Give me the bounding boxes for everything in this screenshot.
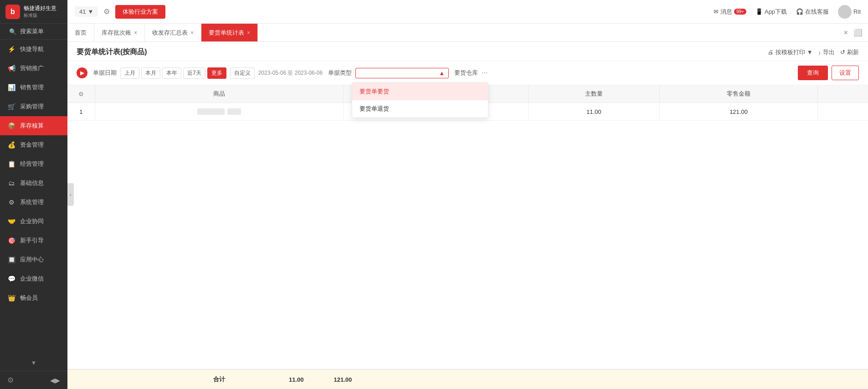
- maximize-btn[interactable]: ⬜: [852, 27, 864, 38]
- type-chevron-up-icon[interactable]: ▲: [439, 70, 445, 77]
- tab-close-order-stats[interactable]: ×: [247, 30, 250, 36]
- date-filter-group: 单据日期 上月 本月 本年 近7天 更多 自定义 2023-05-06 至 20…: [93, 67, 323, 79]
- nav-label-inventory: 库存核算: [20, 122, 44, 130]
- company-dropdown[interactable]: 41 ▼: [75, 6, 98, 17]
- nav-label-member: 畅会员: [20, 294, 38, 302]
- messages-btn[interactable]: ✉ 消息 99+: [714, 8, 746, 16]
- sidebar-item-enterprise[interactable]: 🤝企业协同: [0, 212, 67, 231]
- nav-label-guide: 新手引导: [20, 236, 44, 245]
- nav-icon-guide: 🎯: [7, 236, 15, 245]
- nav-label-finance: 资金管理: [20, 141, 44, 149]
- tab-recv-summary[interactable]: 收发存汇总表 ×: [145, 24, 201, 41]
- close-all-btn[interactable]: ×: [842, 28, 850, 38]
- tab-home[interactable]: 首页: [67, 24, 94, 41]
- cell-extra: [818, 103, 868, 121]
- cell-quantity: 11.00: [528, 103, 659, 121]
- this-year-btn[interactable]: 本年: [162, 67, 181, 79]
- this-month-btn[interactable]: 本月: [141, 67, 160, 79]
- warehouse-more-icon[interactable]: ···: [482, 69, 488, 77]
- sidebar-item-member[interactable]: 👑畅会员: [0, 288, 67, 307]
- tab-inventory-batch[interactable]: 库存批次账 ×: [94, 24, 145, 41]
- cell-amount: 121.00: [659, 103, 817, 121]
- page-title: 要货单统计表(按商品): [77, 47, 147, 57]
- nav-icon-sales: 📊: [7, 83, 15, 92]
- footer-total-label: 合计: [213, 375, 225, 384]
- nav-label-wechat: 企业微信: [20, 275, 44, 283]
- nav-icon-member: 👑: [7, 294, 15, 302]
- th-amount: 零售金额: [659, 85, 817, 103]
- nav-label-system: 系统管理: [20, 198, 44, 206]
- download-icon: 📱: [755, 8, 763, 15]
- nav-label-shortcut: 快捷导航: [20, 45, 44, 53]
- app-download-label: App下载: [765, 8, 787, 16]
- last-7-days-btn[interactable]: 近7天: [183, 67, 205, 79]
- last-month-btn[interactable]: 上月: [120, 67, 139, 79]
- trial-btn[interactable]: 体验行业方案: [115, 5, 165, 19]
- header: 41 ▼ ⚙ 体验行业方案 ✉ 消息 99+ 📱 App下载 🎧 在线客服 R: [67, 0, 868, 24]
- dropdown-item-order-goods[interactable]: 要货单要货: [352, 83, 488, 100]
- filter-actions: 查询 设置: [798, 66, 859, 80]
- th-gear[interactable]: ⚙: [67, 85, 95, 103]
- tab-order-stats[interactable]: 要货单统计表 ×: [201, 24, 258, 41]
- user-avatar-btn[interactable]: Rit: [838, 5, 861, 19]
- cell-product: [95, 103, 343, 121]
- type-dropdown: 要货单要货 要货单退货: [352, 82, 488, 118]
- sidebar-item-marketing[interactable]: 📢营销推广: [0, 59, 67, 78]
- messages-badge: 99+: [734, 9, 746, 15]
- sidebar: b 畅捷通好生意 标准版 🔍 搜索菜单 ⚡快捷导航📢营销推广📊销售管理🛒采购管理…: [0, 0, 67, 389]
- type-input-field[interactable]: [360, 70, 436, 77]
- nav-icon-appstore: 🔲: [7, 256, 15, 264]
- query-btn[interactable]: 查询: [798, 66, 828, 80]
- app-name: 畅捷通好生意: [24, 5, 56, 12]
- sidebar-item-purchase[interactable]: 🛒采购管理: [0, 97, 67, 116]
- refresh-btn[interactable]: ↺ 刷新: [840, 48, 859, 56]
- filter-bar: ▶ 单据日期 上月 本月 本年 近7天 更多 自定义 2023-05-06 至 …: [67, 61, 868, 85]
- nav-icon-enterprise: 🤝: [7, 217, 15, 225]
- sidebar-item-appstore[interactable]: 🔲应用中心: [0, 250, 67, 269]
- app-logo: b 畅捷通好生意 标准版: [0, 0, 67, 24]
- export-btn[interactable]: ↓ 导出: [818, 48, 835, 56]
- sidebar-item-system[interactable]: ⚙系统管理: [0, 193, 67, 212]
- export-icon: ↓: [818, 49, 822, 56]
- sidebar-scroll-down[interactable]: ▼: [28, 357, 40, 369]
- app-download-btn[interactable]: 📱 App下载: [755, 8, 787, 16]
- type-filter-input[interactable]: ▲: [355, 68, 449, 78]
- sidebar-item-shortcut[interactable]: ⚡快捷导航: [0, 40, 67, 59]
- nav-icon-finance: 💰: [7, 141, 15, 149]
- sidebar-item-sales[interactable]: 📊销售管理: [0, 78, 67, 97]
- nav-icon-basic: 🗂: [7, 179, 15, 187]
- sidebar-item-operations[interactable]: 📋经营管理: [0, 154, 67, 174]
- sidebar-search[interactable]: 🔍 搜索菜单: [0, 24, 67, 40]
- sidebar-nav: ⚡快捷导航📢营销推广📊销售管理🛒采购管理📦库存核算💰资金管理📋经营管理🗂基础信息…: [0, 40, 67, 355]
- service-icon: 🎧: [796, 8, 803, 15]
- sidebar-collapse-handle[interactable]: ‹: [67, 183, 74, 206]
- header-gear-icon[interactable]: ⚙: [103, 7, 110, 16]
- export-label: 导出: [823, 48, 835, 56]
- sidebar-item-guide[interactable]: 🎯新手引导: [0, 231, 67, 250]
- print-template-btn[interactable]: 🖨 按模板打印 ▼: [768, 48, 813, 56]
- search-label: 搜索菜单: [20, 27, 44, 36]
- tab-close-recv-summary[interactable]: ×: [190, 30, 194, 36]
- dropdown-item-order-return[interactable]: 要货单退货: [352, 100, 488, 118]
- settings-btn[interactable]: 设置: [832, 66, 859, 80]
- sidebar-item-basic[interactable]: 🗂基础信息: [0, 174, 67, 193]
- online-service-btn[interactable]: 🎧 在线客服: [796, 8, 829, 16]
- warehouse-filter-group: 要货仓库 ···: [454, 69, 488, 77]
- collapse-btn[interactable]: ◀▶: [50, 377, 60, 384]
- sidebar-item-finance[interactable]: 💰资金管理: [0, 135, 67, 154]
- settings-icon[interactable]: ⚙: [7, 376, 14, 384]
- user-avatar: [838, 5, 852, 19]
- sidebar-bottom: ⚙ ◀▶: [0, 371, 67, 389]
- filter-expand-btn[interactable]: ▶: [77, 67, 87, 78]
- messages-label: 消息: [720, 8, 732, 16]
- date-quick-btns: 上月 本月 本年 近7天 更多: [120, 67, 226, 79]
- sidebar-item-inventory[interactable]: 📦库存核算: [0, 116, 67, 135]
- messages-icon: ✉: [714, 8, 719, 15]
- more-date-btn[interactable]: 更多: [207, 67, 226, 79]
- tab-close-inventory-batch[interactable]: ×: [134, 30, 137, 36]
- nav-icon-inventory: 📦: [7, 122, 15, 130]
- sidebar-item-wechat[interactable]: 💬企业微信: [0, 269, 67, 288]
- print-label: 按模板打印: [776, 48, 805, 56]
- custom-date-btn[interactable]: 自定义: [230, 67, 255, 79]
- table-footer: 合计 11.00 121.00: [67, 369, 868, 389]
